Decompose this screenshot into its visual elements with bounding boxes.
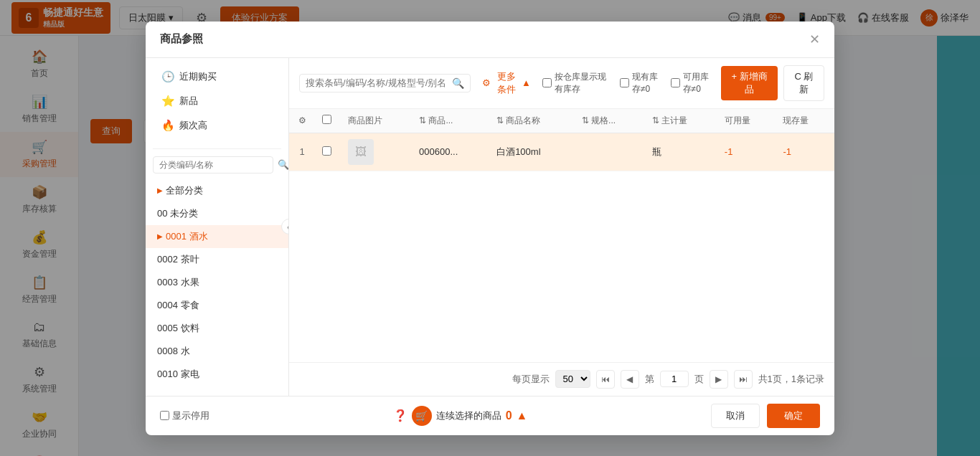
row-name: 白酒100ml xyxy=(489,133,575,171)
category-fruits[interactable]: 0003 水果 xyxy=(146,271,288,294)
fire-icon: 🔥 xyxy=(161,119,175,132)
confirm-button[interactable]: 确定 xyxy=(767,404,820,428)
sort-unit-icon: ⇅ xyxy=(652,115,659,125)
row-checkbox[interactable] xyxy=(322,146,331,156)
first-page-button[interactable]: ⏮ xyxy=(596,370,615,389)
select-all-checkbox[interactable] xyxy=(322,115,331,124)
col-name[interactable]: ⇅ 商品名称 xyxy=(489,109,575,133)
cart-collapse-icon[interactable]: ▲ xyxy=(517,409,528,422)
per-page-label: 每页显示 xyxy=(512,373,550,386)
col-settings[interactable]: ⚙ xyxy=(289,109,315,133)
available-ne0-checkbox[interactable] xyxy=(671,78,680,87)
add-product-button[interactable]: + 新增商品 xyxy=(721,66,778,100)
page-number-input[interactable] xyxy=(660,371,689,387)
page-label: 第 xyxy=(645,373,654,386)
category-search-icon[interactable]: 🔍 xyxy=(278,159,289,170)
product-image: 🖼 xyxy=(348,139,374,165)
col-unit[interactable]: ⇅ 主计量 xyxy=(645,109,717,133)
category-tea[interactable]: 0002 茶叶 xyxy=(146,248,288,271)
clock-icon: 🕒 xyxy=(161,70,175,83)
filter-search-box[interactable]: 🔍 xyxy=(299,74,471,92)
category-snacks[interactable]: 0004 零食 xyxy=(146,294,288,317)
row-unit: 瓶 xyxy=(645,133,717,171)
filter-check-stock-ne0[interactable]: 现有库存≠0 xyxy=(620,71,665,95)
cancel-button[interactable]: 取消 xyxy=(711,404,760,428)
page-total-info: 共1页，1条记录 xyxy=(758,373,824,386)
modal-body: 🕒 近期购买 ⭐ 新品 🔥 频次高 ❮ 🔍 xyxy=(146,58,834,396)
sort-spec-icon: ⇅ xyxy=(582,115,589,125)
divider xyxy=(153,148,281,149)
filter-bar: 🔍 ⚙ 更多条件 ▲ 按仓库显示现有库存 现有库存≠0 xyxy=(289,58,834,109)
refresh-button[interactable]: C 刷新 xyxy=(783,65,824,101)
search-icon[interactable]: 🔍 xyxy=(452,77,464,89)
col-spec[interactable]: ⇅ 规格... xyxy=(575,109,645,133)
category-beverages[interactable]: 0005 饮料 xyxy=(146,317,288,340)
product-table-wrap: ⚙ 商品图片 ⇅ 商品... ⇅ 商品名称 xyxy=(289,109,834,362)
modal-overlay: 商品参照 ✕ 🕒 近期购买 ⭐ 新品 🔥 频次高 xyxy=(0,0,980,456)
warehouse-checkbox[interactable] xyxy=(542,78,552,87)
show-disabled-checkbox[interactable] xyxy=(160,411,169,420)
quick-recent-purchase[interactable]: 🕒 近期购买 xyxy=(153,65,281,88)
arrow-active-icon: ▶ xyxy=(157,232,163,240)
quick-high-frequency[interactable]: 🔥 频次高 xyxy=(153,114,281,137)
category-appliances[interactable]: 0010 家电 xyxy=(146,363,288,386)
table-row[interactable]: 1 🖼 000600... 白酒100ml 瓶 xyxy=(289,133,834,171)
per-page-select[interactable]: 50 xyxy=(555,370,590,388)
sort-icon: ⇅ xyxy=(419,115,426,125)
modal-right-panel: 🔍 ⚙ 更多条件 ▲ 按仓库显示现有库存 现有库存≠0 xyxy=(289,58,834,396)
quick-new-products[interactable]: ⭐ 新品 xyxy=(153,90,281,113)
category-all[interactable]: ▶ 全部分类 xyxy=(146,179,288,202)
pagination-bar: 每页显示 50 ⏮ ◀ 第 页 ▶ ⏭ 共1页，1条记录 xyxy=(289,362,834,396)
modal-close-button[interactable]: ✕ xyxy=(809,32,820,47)
star-icon: ⭐ xyxy=(161,95,175,108)
category-liquor[interactable]: ▶ 0001 酒水 xyxy=(146,225,288,248)
footer-left: 显示停用 xyxy=(160,409,209,422)
filter-check-available-ne0[interactable]: 可用库存≠0 xyxy=(671,71,716,95)
modal-left-panel: 🕒 近期购买 ⭐ 新品 🔥 频次高 ❮ 🔍 xyxy=(146,58,289,396)
row-spec xyxy=(575,133,645,171)
col-available: 可用量 xyxy=(717,109,776,133)
arrow-icon: ▶ xyxy=(157,186,163,194)
row-available: -1 xyxy=(717,133,776,171)
next-page-button[interactable]: ▶ xyxy=(710,370,728,389)
category-list: ▶ 全部分类 00 未分类 ▶ 0001 酒水 0002 茶叶 0003 水果 xyxy=(146,176,288,389)
page-suffix: 页 xyxy=(694,373,704,386)
modal-header: 商品参照 ✕ xyxy=(146,22,834,58)
modal-footer: 显示停用 ❓ 🛒 连续选择的商品 0 ▲ 取消 确定 xyxy=(146,396,834,435)
col-code[interactable]: ⇅ 商品... xyxy=(412,109,489,133)
footer-right: 取消 确定 xyxy=(711,404,820,428)
cart-count: 0 xyxy=(506,409,512,422)
row-checkbox-cell[interactable] xyxy=(315,133,341,171)
more-filter-button[interactable]: ⚙ 更多条件 ▲ xyxy=(476,67,537,99)
stock-ne0-checkbox[interactable] xyxy=(620,78,629,87)
modal-title: 商品参照 xyxy=(160,32,203,46)
category-uncategorized[interactable]: 00 未分类 xyxy=(146,202,288,225)
cart-icon[interactable]: 🛒 xyxy=(412,406,432,426)
row-code: 000600... xyxy=(412,133,489,171)
col-stock: 现存量 xyxy=(776,109,834,133)
last-page-button[interactable]: ⏭ xyxy=(734,370,753,389)
chevron-up-icon: ▲ xyxy=(522,77,531,88)
filter-search-input[interactable] xyxy=(306,77,449,88)
col-image: 商品图片 xyxy=(341,109,412,133)
show-disabled-check[interactable]: 显示停用 xyxy=(160,409,209,422)
product-table: ⚙ 商品图片 ⇅ 商品... ⇅ 商品名称 xyxy=(289,109,834,171)
cart-section[interactable]: ❓ 🛒 连续选择的商品 0 ▲ xyxy=(393,406,528,426)
row-number: 1 xyxy=(289,133,315,171)
category-water[interactable]: 0008 水 xyxy=(146,340,288,363)
col-checkbox[interactable] xyxy=(315,109,341,133)
filter-check-warehouse[interactable]: 按仓库显示现有库存 xyxy=(542,71,614,95)
row-stock: -1 xyxy=(776,133,834,171)
filter-icon: ⚙ xyxy=(482,77,491,88)
quick-section: 🕒 近期购买 ⭐ 新品 🔥 频次高 xyxy=(146,65,288,144)
category-search-row: 🔍 xyxy=(146,153,288,176)
row-image-cell: 🖼 xyxy=(341,133,412,171)
help-icon[interactable]: ❓ xyxy=(393,409,407,422)
sort-name-icon: ⇅ xyxy=(496,115,504,125)
prev-page-button[interactable]: ◀ xyxy=(621,370,639,389)
category-search-input[interactable] xyxy=(153,156,273,174)
product-reference-modal: 商品参照 ✕ 🕒 近期购买 ⭐ 新品 🔥 频次高 xyxy=(146,22,834,435)
